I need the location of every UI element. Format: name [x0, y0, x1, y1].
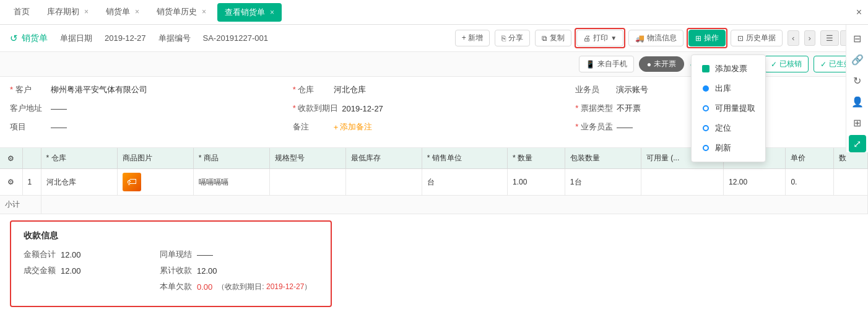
due-date-note: 2019-12-27	[266, 282, 304, 291]
col-settings: ⚙	[0, 148, 22, 169]
share-icon: ⎘	[501, 34, 506, 43]
print-dropdown-icon: ▼	[610, 35, 617, 41]
not-open-icon: ●	[647, 60, 651, 69]
total-amount-item: 金额合计 12.00	[24, 249, 135, 260]
sidebar-icon-1[interactable]: ⊟	[849, 30, 866, 47]
add-invoice-label: 添加发票	[715, 63, 747, 74]
table-row: ⚙ 1 河北仓库 🏷 嗝嗝嗝嗝 台 1.00 1台 12.00 0.	[0, 169, 868, 196]
from-phone-button[interactable]: 📱 来自手机	[579, 56, 634, 72]
tab-home[interactable]: 首页	[5, 0, 38, 25]
row-quantity: 1.00	[508, 169, 565, 196]
summary-section: 收款信息 金额合计 12.00 同单现结 —— 成交金额 12.00 累计收款 …	[10, 220, 332, 307]
tab-sales-history-close[interactable]: ×	[202, 7, 206, 16]
summary-title: 收款信息	[24, 230, 318, 241]
outstanding-value: 0.00	[197, 282, 212, 292]
logistics-button[interactable]: 🚚 物流信息	[628, 30, 684, 46]
tab-inventory-close[interactable]: ×	[84, 7, 89, 16]
sidebar-icon-expand[interactable]: ⤢	[849, 135, 866, 152]
product-image: 🏷	[123, 173, 141, 191]
col-quantity: * 数量	[508, 148, 565, 169]
col-warehouse: * 仓库	[41, 148, 117, 169]
row-spec	[269, 169, 345, 196]
project-label: 项目	[10, 121, 47, 132]
address-label: 客户地址	[10, 103, 47, 114]
operations-icon: ⊞	[695, 34, 701, 43]
col-image: 商品图片	[117, 148, 193, 169]
same-order-settle-value: ——	[197, 250, 213, 259]
print-button[interactable]: 🖨 打印 ▼	[576, 30, 623, 46]
logistics-icon: 🚚	[635, 34, 644, 43]
row-stock: 12.00	[724, 169, 786, 196]
doc-date-label: 单据日期	[60, 33, 92, 44]
sidebar-icon-5[interactable]: ⊞	[849, 114, 866, 131]
due-date-label: 收款到期日	[293, 103, 339, 114]
tab-inventory[interactable]: 库存期初 ×	[38, 0, 97, 25]
doc-type-title: ↺ 销货单	[10, 33, 48, 44]
col-unit: * 销售单位	[422, 148, 507, 169]
tab-sales-close[interactable]: ×	[135, 7, 139, 16]
total-amount-value: 12.00	[61, 250, 81, 259]
cumulative-receipt-value: 12.00	[197, 266, 217, 276]
same-order-settle-item: 同单现结 ——	[160, 249, 271, 260]
address-field: 客户地址 ——	[10, 103, 293, 114]
warehouse-value: 河北仓库	[334, 84, 366, 95]
sidebar-icon-3[interactable]: ↻	[849, 72, 866, 89]
operations-button[interactable]: ⊞ 操作	[688, 30, 726, 46]
copy-button[interactable]: ⧉ 复制	[535, 30, 571, 46]
outbound-icon	[701, 84, 710, 93]
subtotal-data	[41, 196, 868, 214]
deal-amount-item: 成交金额 12.00	[24, 265, 135, 276]
available-qty-label: 可用量提取	[715, 103, 755, 114]
share-button[interactable]: ⎘ 分享	[495, 30, 530, 46]
customer-field: 客户 柳州粤港平安气体有限公司	[10, 84, 293, 95]
row-settings[interactable]: ⚙	[0, 169, 22, 196]
outstanding-note: （收款到期日: 2019-12-27）	[217, 282, 311, 292]
col-min-stock: 最低库存	[345, 148, 422, 169]
effective-icon: ✓	[820, 60, 827, 69]
right-sidebar: ⊟ 🔗 ↻ 👤 ⊞ ⤢	[846, 25, 868, 152]
add-note-button[interactable]: + 添加备注	[334, 121, 373, 132]
sidebar-icon-4[interactable]: 👤	[849, 93, 866, 110]
subtotal-label-cell: 小计	[0, 196, 41, 214]
not-open-button[interactable]: ● 未开票	[639, 56, 684, 72]
total-amount-label: 金额合计	[24, 249, 56, 260]
ticket-value: 不开票	[617, 103, 641, 114]
dropdown-item-refresh[interactable]: 刷新	[692, 138, 765, 158]
row-extra	[834, 169, 868, 196]
locate-icon	[701, 124, 710, 132]
verified-icon: ✓	[771, 60, 777, 69]
new-button[interactable]: + 新增	[455, 30, 490, 46]
sidebar-icon-2[interactable]: 🔗	[849, 51, 866, 68]
dropdown-item-locate[interactable]: 定位	[692, 118, 765, 138]
summary-row-3: 本单欠款 0.00 （收款到期日: 2019-12-27）	[24, 281, 318, 292]
dropdown-item-outbound[interactable]: 出库	[692, 79, 765, 98]
outbound-label: 出库	[715, 83, 731, 94]
row-image: 🏷	[117, 169, 193, 196]
window-close-button[interactable]: ×	[856, 7, 862, 18]
verified-button[interactable]: ✓ 已核销	[764, 56, 809, 72]
history-button[interactable]: ⊡ 历史单据	[731, 30, 783, 46]
row-unit: 台	[422, 169, 507, 196]
tab-bar: 首页 库存期初 × 销货单 × 销货单历史 × 查看销货单 × ×	[0, 0, 868, 25]
row-product: 嗝嗝嗝嗝	[193, 169, 269, 196]
prev-record-button[interactable]: ‹	[788, 30, 799, 46]
tab-sales-history[interactable]: 销货单历史 ×	[148, 0, 215, 25]
col-pack-qty: 包装数量	[565, 148, 641, 169]
warehouse-label: 仓库	[293, 84, 330, 95]
tab-view-sales[interactable]: 查看销货单 ×	[217, 3, 282, 22]
list-view-button[interactable]: ☰	[820, 30, 839, 46]
subtotal-row: 小计	[0, 196, 868, 214]
remark-label: 备注	[293, 121, 330, 132]
doc-header: ↺ 销货单 单据日期 2019-12-27 单据编号 SA-20191227-0…	[0, 25, 868, 52]
customer-value: 柳州粤港平安气体有限公司	[51, 84, 147, 95]
dropdown-item-add-invoice[interactable]: 添加发票	[692, 59, 765, 79]
history-icon: ⊡	[737, 34, 744, 43]
staff2-label: 业务员盂	[575, 121, 613, 132]
next-record-button[interactable]: ›	[804, 30, 815, 46]
copy-icon: ⧉	[542, 34, 547, 43]
refresh-icon	[701, 144, 710, 152]
tab-view-sales-close[interactable]: ×	[270, 8, 274, 17]
col-price: 单价	[786, 148, 834, 169]
tab-sales[interactable]: 销货单 ×	[97, 0, 148, 25]
dropdown-item-available-qty[interactable]: 可用量提取	[692, 98, 765, 118]
